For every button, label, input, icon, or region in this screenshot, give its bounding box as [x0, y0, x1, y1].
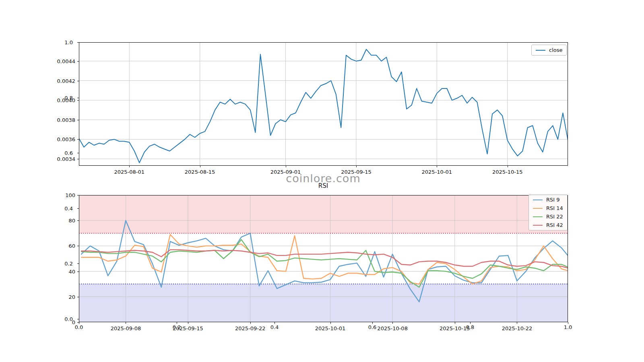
- axis-tick: [330, 322, 331, 324]
- rsi-legend: RSI 9RSI 14RSI 22RSI 42: [528, 194, 568, 230]
- legend-item-rsi-9: RSI 9: [533, 196, 563, 203]
- x-tick-label: 2025-10-01: [315, 325, 346, 331]
- x-tick-label: 2025-10-01: [422, 169, 452, 175]
- x-tick-label: 2025-09-01: [270, 169, 301, 175]
- axis-tick: [129, 166, 130, 167]
- axis-tick: [77, 153, 79, 153]
- band-overbought: [79, 195, 568, 233]
- axis-tick: [372, 322, 373, 324]
- overlay-y-tick-label: 0.4: [64, 205, 73, 211]
- x-tick-label: 2025-09-08: [111, 325, 141, 331]
- axis-tick: [77, 246, 79, 246]
- price-legend: close: [531, 45, 567, 56]
- axis-tick: [77, 297, 79, 297]
- legend-item-rsi-22: RSI 22: [533, 213, 563, 220]
- legend-line-sample: [533, 200, 543, 200]
- axis-tick: [77, 263, 79, 264]
- legend-label: RSI 9: [546, 197, 560, 203]
- series-close: [79, 49, 568, 163]
- overlay-x-tick-label: 0.8: [466, 324, 475, 330]
- rsi-chart-title: RSI: [318, 182, 328, 189]
- axis-tick: [200, 166, 200, 167]
- legend-label: RSI 14: [546, 205, 563, 211]
- axis-tick: [77, 98, 79, 98]
- legend-item-rsi-14: RSI 14: [533, 205, 563, 212]
- x-tick-label: 2025-08-15: [185, 169, 215, 175]
- y-tick-label: 0.0042: [57, 78, 76, 84]
- overlay-x-tick-label: 0.6: [368, 324, 377, 330]
- price-plot-area: [79, 42, 568, 166]
- y-tick-label: 0.0044: [57, 58, 76, 64]
- axis-tick: [392, 322, 393, 324]
- overlay-y-tick-label: 1.0: [64, 39, 73, 45]
- y-tick-label: 80: [68, 218, 75, 224]
- figure: coinlore.com RSI close RSI 9RSI 14RSI 22…: [0, 0, 644, 362]
- y-tick-label: 60: [68, 243, 75, 249]
- overlay-y-tick-label: 0.2: [64, 261, 73, 267]
- legend-label: close: [549, 47, 562, 53]
- axis-tick: [356, 166, 357, 167]
- axis-tick: [568, 322, 568, 324]
- overlay-x-tick-label: 1.0: [564, 324, 572, 330]
- legend-label: RSI 22: [546, 214, 563, 220]
- axis-tick: [508, 166, 508, 167]
- legend-item-rsi-42: RSI 42: [533, 222, 563, 228]
- overlay-y-tick-label: 0.6: [64, 150, 73, 156]
- x-tick-label: 2025-10-08: [377, 325, 408, 331]
- axis-tick: [77, 61, 79, 62]
- axis-tick: [77, 139, 79, 140]
- x-tick-label: 2025-10-15: [440, 325, 470, 331]
- overlay-x-tick-label: 0.4: [270, 324, 279, 330]
- axis-tick: [77, 159, 79, 159]
- legend-item-close: close: [536, 47, 562, 53]
- axis-tick: [77, 81, 79, 81]
- series-rsi-22: [81, 240, 568, 288]
- x-tick-label: 2025-08-01: [114, 169, 144, 175]
- legend-line-sample: [536, 50, 545, 51]
- overlay-y-tick-label: 0.0: [64, 316, 73, 322]
- x-tick-label: 2025-09-15: [341, 169, 372, 175]
- legend-line-sample: [533, 208, 543, 209]
- legend-line-sample: [533, 216, 543, 217]
- rsi-plot-area: [79, 195, 568, 322]
- axis-tick: [77, 220, 79, 221]
- x-tick-label: 2025-10-22: [502, 325, 533, 331]
- axis-tick: [517, 322, 517, 324]
- legend-label: RSI 42: [546, 222, 563, 228]
- axis-tick: [77, 195, 79, 195]
- y-tick-label: 0.0038: [57, 117, 76, 123]
- axis-tick: [437, 166, 437, 167]
- y-tick-label: 20: [68, 294, 75, 300]
- y-tick-label: 100: [65, 192, 75, 198]
- axis-tick: [275, 322, 275, 324]
- axis-tick: [126, 322, 126, 324]
- overlay-y-tick-label: 0.8: [64, 95, 73, 101]
- x-tick-label: 2025-10-15: [492, 169, 523, 175]
- axis-tick: [77, 272, 79, 272]
- y-tick-label: 0.0036: [57, 136, 76, 142]
- x-tick-label: 2025-09-22: [235, 325, 266, 331]
- axis-tick: [77, 100, 79, 101]
- axis-tick: [455, 322, 455, 324]
- y-tick-label: 40: [68, 268, 75, 274]
- axis-tick: [77, 208, 79, 209]
- axis-tick: [286, 166, 286, 167]
- axis-tick: [79, 322, 79, 324]
- y-tick-label: 0.0034: [57, 156, 76, 162]
- axes-border: [79, 43, 568, 166]
- legend-line-sample: [533, 225, 543, 226]
- axis-tick: [250, 322, 251, 324]
- axis-tick: [188, 322, 188, 324]
- axis-tick: [177, 322, 177, 324]
- band-oversold: [79, 284, 568, 322]
- overlay-x-tick-label: 0.2: [173, 324, 181, 330]
- axis-tick: [77, 120, 79, 120]
- overlay-x-tick-label: 0.0: [75, 324, 83, 330]
- axis-tick: [77, 42, 79, 43]
- axis-tick: [77, 319, 79, 319]
- axis-tick: [470, 322, 471, 324]
